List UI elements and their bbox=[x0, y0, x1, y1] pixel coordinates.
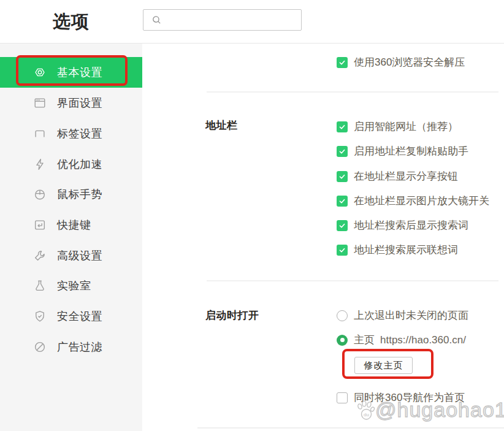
sidebar-item-label: 高级设置 bbox=[57, 248, 102, 263]
shortcut-key-icon bbox=[33, 218, 47, 232]
checkbox-row: 启用地址栏复制粘贴助手 bbox=[337, 144, 468, 158]
checkbox-label: 在地址栏显示分享按钮 bbox=[354, 169, 458, 183]
sidebar-item-mouse-gestures[interactable]: 鼠标手势 bbox=[0, 179, 142, 210]
radio-unselected[interactable] bbox=[337, 310, 348, 321]
checkbox-checked[interactable] bbox=[337, 220, 348, 231]
checkbox-checked[interactable] bbox=[337, 57, 348, 68]
sidebar-item-label: 标签设置 bbox=[57, 126, 102, 141]
radio-row: 主页 https://hao.360.cn/ bbox=[337, 333, 466, 347]
svg-text:du: du bbox=[364, 412, 369, 418]
search-input[interactable] bbox=[167, 15, 289, 25]
sidebar-item-label: 实验室 bbox=[57, 278, 91, 293]
radio-selected[interactable] bbox=[337, 335, 348, 346]
checkbox-row: 地址栏搜索展示联想词 bbox=[337, 243, 458, 257]
radio-label: 上次退出时未关闭的页面 bbox=[354, 308, 468, 322]
section-title-address-bar: 地址栏 bbox=[205, 118, 238, 132]
tab-icon bbox=[33, 127, 47, 140]
checkbox-label: 地址栏搜索展示联想词 bbox=[354, 243, 458, 257]
sidebar-item-label: 基本设置 bbox=[57, 65, 102, 80]
checkbox-label: 启用地址栏复制粘贴助手 bbox=[354, 144, 468, 158]
modify-homepage-button[interactable]: 修改主页 bbox=[354, 357, 413, 374]
sidebar-item-label: 优化加速 bbox=[57, 157, 102, 172]
checkbox-checked[interactable] bbox=[337, 171, 348, 182]
checkbox-label: 在地址栏显示图片放大镜开关 bbox=[354, 194, 489, 208]
sidebar-item-label: 界面设置 bbox=[57, 96, 102, 110]
checkbox-unchecked[interactable] bbox=[337, 392, 348, 403]
shield-check-icon bbox=[33, 310, 47, 323]
sidebar-item-ad-filter[interactable]: 广告过滤 bbox=[0, 332, 142, 362]
section-divider bbox=[207, 91, 498, 93]
radio-row: 上次退出时未关闭的页面 bbox=[337, 308, 468, 322]
flask-icon bbox=[33, 279, 47, 292]
sidebar-item-label: 快捷键 bbox=[57, 218, 91, 232]
sidebar-item-security-settings[interactable]: 安全设置 bbox=[0, 301, 142, 332]
options-page: 选项 基本设置 界面设置 bbox=[0, 0, 504, 431]
settings-content: 使用360浏览器安全解压 地址栏 启用智能网址（推荐） 启用地址栏复制粘贴助手 … bbox=[142, 44, 504, 431]
checkbox-row: 地址栏搜索后显示搜索词 bbox=[337, 218, 468, 232]
search-box[interactable] bbox=[143, 9, 302, 31]
checkbox-checked[interactable] bbox=[337, 196, 348, 207]
wrench-icon bbox=[33, 249, 47, 262]
header: 选项 bbox=[0, 0, 504, 44]
lightning-icon bbox=[33, 158, 47, 171]
mouse-icon bbox=[33, 188, 47, 201]
checkbox-checked[interactable] bbox=[337, 146, 348, 157]
search-icon bbox=[151, 15, 162, 25]
bottom-divider bbox=[197, 427, 504, 429]
sidebar-item-label: 鼠标手势 bbox=[57, 187, 102, 202]
radio-label: 主页 bbox=[354, 333, 375, 347]
sidebar: 基本设置 界面设置 标签设置 bbox=[0, 44, 142, 431]
checkbox-row: 使用360浏览器安全解压 bbox=[337, 55, 465, 69]
sidebar-item-shortcut-keys[interactable]: 快捷键 bbox=[0, 210, 142, 240]
checkbox-checked[interactable] bbox=[337, 245, 348, 256]
checkbox-row: 同时将360导航作为首页 bbox=[337, 391, 465, 405]
sidebar-item-basic-settings[interactable]: 基本设置 bbox=[0, 57, 142, 88]
checkbox-label: 同时将360导航作为首页 bbox=[354, 391, 465, 405]
sidebar-item-label: 安全设置 bbox=[57, 309, 102, 324]
checkbox-label: 使用360浏览器安全解压 bbox=[354, 55, 465, 69]
homepage-url: https://hao.360.cn/ bbox=[380, 334, 466, 346]
sidebar-item-interface-settings[interactable]: 界面设置 bbox=[0, 88, 142, 118]
sidebar-item-optimize-speed[interactable]: 优化加速 bbox=[0, 149, 142, 180]
checkbox-checked[interactable] bbox=[337, 121, 348, 132]
checkbox-label: 地址栏搜索后显示搜索词 bbox=[354, 218, 468, 232]
sidebar-item-tab-settings[interactable]: 标签设置 bbox=[0, 118, 142, 149]
sidebar-item-advanced-settings[interactable]: 高级设置 bbox=[0, 240, 142, 271]
section-title-startup: 启动时打开 bbox=[205, 308, 259, 322]
page-title: 选项 bbox=[53, 10, 90, 34]
sidebar-item-laboratory[interactable]: 实验室 bbox=[0, 270, 142, 301]
block-icon bbox=[33, 340, 47, 354]
checkbox-row: 启用智能网址（推荐） bbox=[337, 120, 458, 134]
nut-gear-icon bbox=[33, 66, 47, 79]
sidebar-item-label: 广告过滤 bbox=[57, 340, 102, 354]
checkbox-row: 在地址栏显示分享按钮 bbox=[337, 169, 458, 183]
window-icon bbox=[33, 96, 47, 110]
checkbox-row: 在地址栏显示图片放大镜开关 bbox=[337, 194, 489, 208]
section-divider bbox=[207, 280, 498, 281]
checkbox-label: 启用智能网址（推荐） bbox=[354, 120, 458, 134]
